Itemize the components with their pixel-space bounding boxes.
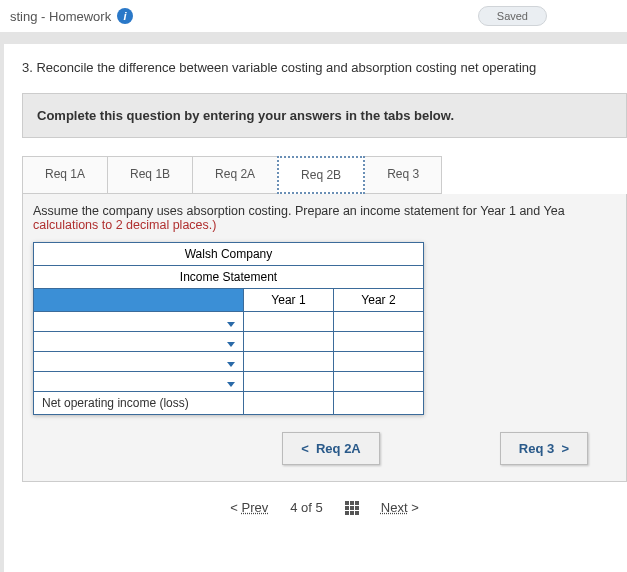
row2-year1-input[interactable] (244, 332, 334, 352)
colhead-year2: Year 2 (334, 289, 424, 312)
row3-year2-input[interactable] (334, 352, 424, 372)
content-area: 3. Reconcile the difference between vari… (4, 44, 627, 572)
row1-year1-input[interactable] (244, 312, 334, 332)
tab-req-2a[interactable]: Req 2A (192, 156, 278, 194)
statement-title: Income Statement (34, 266, 424, 289)
info-icon[interactable]: i (117, 8, 133, 24)
tab-body: Assume the company uses absorption costi… (22, 194, 627, 482)
prev-tab-button[interactable]: < Req 2A (282, 432, 380, 465)
chevron-left-icon: < (301, 441, 309, 456)
row5-year1-input[interactable] (244, 392, 334, 415)
question-number: 3. (22, 60, 33, 75)
pager: < Prev 4 of 5 Next > (22, 500, 627, 515)
breadcrumb: sting - Homework (10, 9, 111, 24)
saved-status: Saved (478, 6, 547, 26)
row-label-select[interactable] (34, 312, 244, 332)
question-body: Reconcile the difference between variabl… (36, 60, 536, 75)
row1-year2-input[interactable] (334, 312, 424, 332)
pager-prev[interactable]: < Prev (230, 500, 268, 515)
chevron-down-icon (227, 322, 235, 327)
question-text: 3. Reconcile the difference between vari… (22, 60, 627, 75)
colhead-year1: Year 1 (244, 289, 334, 312)
chevron-left-icon: < (230, 500, 238, 515)
tab-nav: < Req 2A Req 3 > (33, 432, 616, 465)
page-header: sting - Homework i Saved (0, 0, 627, 32)
tab-req-1b[interactable]: Req 1B (107, 156, 193, 194)
row-label-select[interactable] (34, 332, 244, 352)
tab-req-1a[interactable]: Req 1A (22, 156, 108, 194)
chevron-right-icon: > (411, 500, 419, 515)
chevron-down-icon (227, 382, 235, 387)
prompt-note: calculations to 2 decimal places.) (33, 218, 216, 232)
pager-position: 4 of 5 (290, 500, 323, 515)
row-label-select[interactable] (34, 352, 244, 372)
tab-prompt: Assume the company uses absorption costi… (33, 204, 616, 232)
statement-company: Walsh Company (34, 243, 424, 266)
row4-year2-input[interactable] (334, 372, 424, 392)
prev-tab-label: Req 2A (316, 441, 361, 456)
next-tab-button[interactable]: Req 3 > (500, 432, 588, 465)
row4-year1-input[interactable] (244, 372, 334, 392)
tab-req-3[interactable]: Req 3 (364, 156, 442, 194)
chevron-right-icon: > (561, 441, 569, 456)
row5-year2-input[interactable] (334, 392, 424, 415)
tabs: Req 1A Req 1B Req 2A Req 2B Req 3 (22, 156, 627, 194)
row-label-select[interactable] (34, 372, 244, 392)
tab-req-2b[interactable]: Req 2B (277, 156, 365, 194)
pager-next-label: Next (381, 500, 408, 515)
prompt-main: Assume the company uses absorption costi… (33, 204, 565, 218)
income-statement: Walsh Company Income Statement Year 1 Ye… (33, 242, 424, 415)
pager-next[interactable]: Next > (381, 500, 419, 515)
grid-icon[interactable] (345, 501, 359, 515)
colhead-blank (34, 289, 244, 312)
chevron-down-icon (227, 362, 235, 367)
next-tab-label: Req 3 (519, 441, 554, 456)
chevron-down-icon (227, 342, 235, 347)
net-operating-income-label: Net operating income (loss) (34, 392, 244, 415)
instruction-bar: Complete this question by entering your … (22, 93, 627, 138)
row2-year2-input[interactable] (334, 332, 424, 352)
pager-prev-label: Prev (242, 500, 269, 515)
row3-year1-input[interactable] (244, 352, 334, 372)
